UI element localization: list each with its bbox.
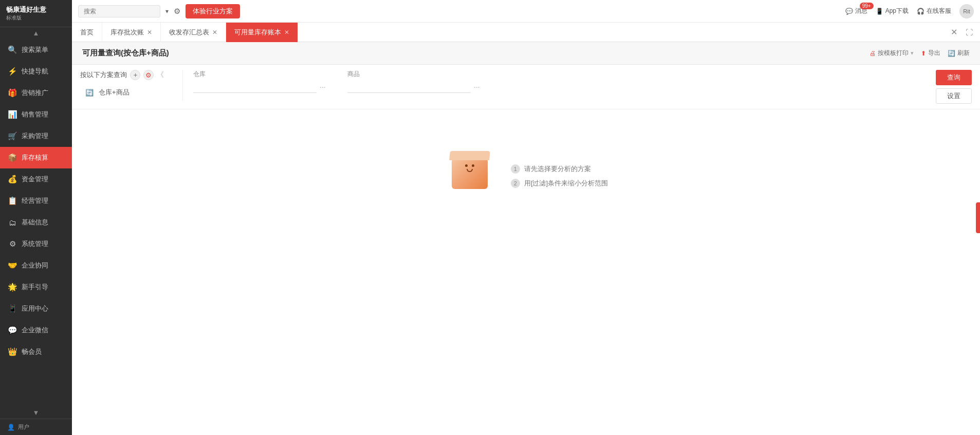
warehouse-input-row: ··· [193, 81, 337, 93]
tab-batch-account-close[interactable]: ✕ [147, 29, 152, 36]
refresh-label: 刷新 [957, 49, 970, 58]
sidebar-item-search[interactable]: 🔍 搜索菜单 [0, 39, 72, 61]
sidebar-item-label: 新手引导 [22, 282, 48, 292]
user-name: Rit [963, 8, 970, 14]
topbar-right: 💬 消息 99+ 📱 App下载 🎧 在线客服 Rit [845, 4, 974, 18]
chart-icon: 📊 [7, 109, 17, 120]
export-icon: ⬆ [921, 50, 926, 57]
refresh-icon: 🔄 [948, 50, 955, 57]
sidebar-item-vip[interactable]: 👑 畅会员 [0, 341, 72, 363]
goods-label: 商品 [347, 70, 491, 79]
scroll-up-arrow[interactable]: ▲ [0, 27, 72, 39]
mobile-icon: 📱 [7, 304, 17, 314]
app-download-label: App下载 [885, 7, 909, 15]
sidebar-item-label: 企业微信 [22, 326, 48, 335]
sidebar-item-label: 系统管理 [22, 239, 48, 249]
sidebar-item-label: 基础信息 [22, 218, 48, 227]
sidebar-item-finance[interactable]: 💰 资金管理 [0, 168, 72, 190]
tab-available-ledger-label: 可用量库存账本 [234, 28, 281, 37]
page-header-actions: 🖨 按模板打印 ▾ ⬆ 导出 🔄 刷新 [870, 49, 970, 58]
main-content: ▾ ⚙ 体验行业方案 💬 消息 99+ 📱 App下载 🎧 在线客服 Rit [72, 0, 980, 435]
left-eye [465, 164, 468, 167]
hint-text-1: 请先选择要分析的方案 [524, 164, 591, 174]
message-button[interactable]: 💬 消息 99+ [845, 7, 867, 15]
dropdown-print-icon[interactable]: ▾ [911, 50, 914, 56]
filter-fields: 仓库 ··· 商品 ··· 查询 设置 [183, 70, 972, 104]
goods-more-button[interactable]: ··· [474, 83, 480, 91]
tab-available-ledger[interactable]: 可用量库存账本 ✕ [226, 23, 298, 42]
sidebar-item-sales[interactable]: 📊 销售管理 [0, 104, 72, 125]
page-title: 可用量查询(按仓库+商品) [82, 48, 169, 58]
close-all-tabs-button[interactable]: ✕ [948, 26, 960, 38]
scroll-down-arrow[interactable]: ▼ [0, 407, 72, 419]
dropdown-arrow[interactable]: ▾ [165, 8, 169, 15]
sidebar-item-label: 经营管理 [22, 196, 48, 205]
tab-batch-account[interactable]: 库存批次账 ✕ [102, 23, 161, 42]
tabs-right-controls: ✕ ⛶ [948, 26, 980, 38]
tab-available-ledger-close[interactable]: ✕ [284, 29, 289, 36]
hint-text-2: 用[过滤]条件来缩小分析范围 [524, 179, 608, 188]
online-service-button[interactable]: 🎧 在线客服 [917, 7, 951, 15]
sidebar-item-inventory[interactable]: 📦 库存核算 [0, 147, 72, 168]
tab-receipt-summary[interactable]: 收发存汇总表 ✕ [161, 23, 226, 42]
service-icon: 🎧 [917, 8, 924, 15]
sidebar-item-purchase[interactable]: 🛒 采购管理 [0, 125, 72, 147]
sidebar-item-shortcut[interactable]: ⚡ 快捷导航 [0, 61, 72, 82]
tab-batch-account-label: 库存批次账 [110, 28, 144, 37]
right-eye [472, 164, 474, 167]
tab-home[interactable]: 首页 [72, 23, 102, 42]
user-avatar[interactable]: Rit [959, 4, 974, 18]
goods-input-row: ··· [347, 81, 491, 93]
sidebar-item-label: 资金管理 [22, 175, 48, 184]
person-icon: 👤 [7, 424, 15, 431]
sidebar-item-app-center[interactable]: 📱 应用中心 [0, 298, 72, 319]
sidebar-item-operations[interactable]: 📋 经营管理 [0, 190, 72, 212]
goods-input[interactable] [347, 81, 471, 93]
handshake-icon: 🤝 [7, 260, 17, 271]
query-button[interactable]: 查询 [936, 70, 972, 85]
add-scheme-button[interactable]: ＋ [130, 70, 140, 80]
scheme-section-label: 按以下方案查询 [80, 70, 127, 80]
tab-receipt-summary-label: 收发存汇总表 [169, 28, 209, 37]
sidebar-logo: 畅康通好生意 标准版 [0, 0, 72, 27]
printer-icon: 🖨 [870, 50, 876, 57]
empty-state: 1 请先选择要分析的方案 2 用[过滤]条件来缩小分析范围 [72, 109, 980, 243]
sidebar-item-label: 采购管理 [22, 131, 48, 141]
money-icon: 💰 [7, 174, 17, 184]
industry-solution-button[interactable]: 体验行业方案 [186, 4, 240, 18]
sidebar: 畅康通好生意 标准版 ▲ 🔍 搜索菜单 ⚡ 快捷导航 🎁 营销推广 📊 销售管理… [0, 0, 72, 435]
expand-button[interactable]: ⛶ [963, 27, 976, 37]
tab-receipt-summary-close[interactable]: ✕ [212, 29, 217, 36]
hint-item-1: 1 请先选择要分析的方案 [511, 164, 608, 174]
app-version: 标准版 [6, 14, 66, 22]
topbar: ▾ ⚙ 体验行业方案 💬 消息 99+ 📱 App下载 🎧 在线客服 Rit [72, 0, 980, 23]
scheme-settings-button[interactable]: ⚙ [143, 70, 154, 80]
filter-panel: 按以下方案查询 ＋ ⚙ 《 🔄 仓库+商品 仓库 ··· [72, 65, 980, 109]
search-input[interactable] [78, 5, 160, 17]
folder-icon: 🗂 [7, 217, 17, 228]
tab-home-label: 首页 [80, 28, 94, 37]
hint-num-2: 2 [511, 179, 520, 188]
settings-gear-icon[interactable]: ⚙ [174, 7, 180, 16]
export-button[interactable]: ⬆ 导出 [921, 49, 940, 58]
sidebar-item-label: 应用中心 [22, 304, 48, 313]
sidebar-item-enterprise[interactable]: 🤝 企业协同 [0, 255, 72, 276]
empty-mouth [467, 169, 473, 172]
empty-illustration [444, 150, 495, 202]
sidebar-item-system[interactable]: ⚙ 系统管理 [0, 233, 72, 255]
settings-button[interactable]: 设置 [936, 88, 972, 104]
sidebar-item-label: 企业协同 [22, 261, 48, 270]
scheme-label: 仓库+商品 [99, 88, 130, 97]
sidebar-item-enterprise-wechat[interactable]: 💬 企业微信 [0, 319, 72, 341]
sidebar-item-basic-info[interactable]: 🗂 基础信息 [0, 212, 72, 233]
scheme-warehouse-goods[interactable]: 🔄 仓库+商品 [80, 84, 177, 101]
refresh-button[interactable]: 🔄 刷新 [948, 49, 970, 58]
filter-collapse-button[interactable]: 《 [157, 70, 164, 80]
sidebar-item-marketing[interactable]: 🎁 营销推广 [0, 82, 72, 104]
warehouse-more-button[interactable]: ··· [320, 83, 326, 91]
warehouse-input[interactable] [193, 81, 317, 93]
print-template-button[interactable]: 🖨 按模板打印 ▾ [870, 49, 914, 58]
app-download-button[interactable]: 📱 App下载 [876, 7, 909, 15]
sidebar-item-newbie[interactable]: 🌟 新手引导 [0, 276, 72, 298]
download-icon: 📱 [876, 8, 883, 15]
